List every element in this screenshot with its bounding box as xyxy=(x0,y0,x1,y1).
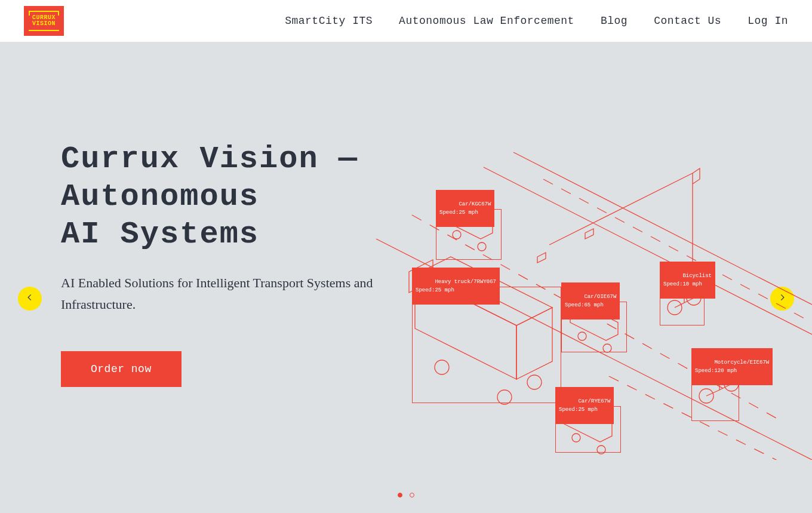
nav-smartcity-its[interactable]: SmartCity ITS xyxy=(285,15,373,27)
hero-title: Currux Vision — Autonomous AI Systems xyxy=(61,140,395,253)
detection-label: Car/KGC67WSpeed:25 mph xyxy=(436,190,494,227)
logo-text: CURRUX VISION xyxy=(32,15,56,27)
carousel-prev-button[interactable] xyxy=(18,287,42,311)
logo[interactable]: CURRUX VISION xyxy=(24,6,64,36)
detection-label: Heavy truck/7RWY067Speed:25 mph xyxy=(412,268,500,305)
chevron-left-icon xyxy=(26,293,34,305)
primary-nav: SmartCity ITS Autonomous Law Enforcement… xyxy=(285,15,788,27)
detection-label: Car/OIE67WSpeed:65 mph xyxy=(561,282,620,320)
nav-log-in[interactable]: Log In xyxy=(748,15,788,27)
hero-content: Currux Vision — Autonomous AI Systems AI… xyxy=(61,140,395,387)
carousel-dot-2[interactable] xyxy=(410,493,414,497)
carousel-dot-1[interactable] xyxy=(398,493,402,497)
nav-autonomous-law-enforcement[interactable]: Autonomous Law Enforcement xyxy=(399,15,574,27)
detection-label: BicyclistSpeed:10 mph xyxy=(660,262,715,299)
detection-label: Motorcycle/EIE67WSpeed:120 mph xyxy=(691,348,773,385)
hero-illustration: Car/KGC67WSpeed:25 mph Heavy truck/7RWY0… xyxy=(358,125,812,460)
nav-contact-us[interactable]: Contact Us xyxy=(654,15,721,27)
nav-blog[interactable]: Blog xyxy=(601,15,628,27)
detection-label: Car/RYE67WSpeed:25 mph xyxy=(555,387,614,424)
site-header: CURRUX VISION SmartCity ITS Autonomous L… xyxy=(0,0,812,42)
order-now-button[interactable]: Order now xyxy=(61,351,182,387)
hero-section: Currux Vision — Autonomous AI Systems AI… xyxy=(0,42,812,513)
carousel-dots xyxy=(398,493,414,497)
hero-subtitle: AI Enabled Solutions for Intelligent Tra… xyxy=(61,272,395,315)
